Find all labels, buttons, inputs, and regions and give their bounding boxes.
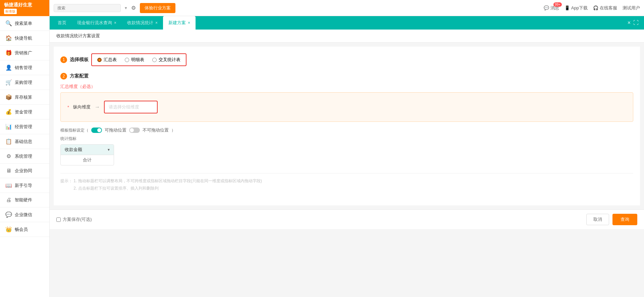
sidebar-item-label: 销售管理 (15, 65, 32, 71)
sidebar-item-operation[interactable]: 📊 经营管理 (0, 119, 49, 134)
settings-icon[interactable]: ⚙ (131, 5, 136, 11)
tab-receipt-close-icon[interactable]: × (155, 20, 158, 25)
config-section: 2 方案配置 汇总维度（必选） * 纵向维度 → 请选择分组维度 (60, 73, 633, 192)
sidebar-item-coop[interactable]: 🖥 企业协同 (0, 164, 49, 178)
radio-summary[interactable]: 汇总表 (97, 57, 117, 63)
cancel-button[interactable]: 取消 (586, 214, 609, 225)
toggle-draggable-label: 可拖动位置 (105, 127, 126, 133)
tip-item-1: 1. 拖动标题栏可以调整布局，不可跨维度或指标区域拖动栏目字段(只能在同一维度或… (73, 179, 262, 183)
service-item[interactable]: 🎧 在线客服 (593, 5, 617, 11)
sidebar-item-label: 企业协同 (15, 168, 32, 174)
sidebar-item-label: 系统管理 (15, 153, 32, 159)
sidebar-item-wechat[interactable]: 💬 企业微信 (0, 207, 49, 222)
chat-icon: 💬 (5, 211, 12, 218)
sidebar-item-marketing[interactable]: 🎁 营销推广 (0, 46, 49, 60)
user-name: 测试用户 (623, 5, 640, 11)
sidebar-item-guide[interactable]: 📖 新手引导 (0, 178, 49, 193)
app-name: 畅捷通好生意 (4, 2, 32, 8)
sidebar-item-search[interactable]: 🔍 搜索菜单 (0, 16, 49, 31)
tab-new-plan-label: 新建方案 (168, 20, 186, 26)
tip-text-2: 提示： 2. 点击标题栏下拉可设置排序、插入列和删除列 (60, 185, 633, 192)
bottom-bar: 方案保存(可选) 取消 查询 (50, 209, 644, 229)
tab-receipt-label: 收款情况统计 (127, 20, 153, 26)
save-checkbox-label[interactable]: 方案保存(可选) (56, 216, 92, 222)
tab-new-plan-close-icon[interactable]: × (188, 20, 190, 25)
radio-detail[interactable]: 明细表 (125, 57, 144, 63)
sidebar-item-label: 经营管理 (15, 124, 32, 130)
user-item[interactable]: 测试用户 (623, 5, 640, 11)
radio-cross[interactable]: 交叉统计表 (152, 57, 180, 63)
sidebar-logo: 畅捷通好生意 标准版 (0, 0, 49, 16)
stats-table: 收款金额 ▾ 合计 (60, 144, 114, 165)
tip-section: 提示： 1. 拖动标题栏可以调整布局，不可跨维度或指标区域拖动栏目字段(只能在同… (60, 173, 633, 192)
form-area: 1 选择模板 汇总表 明细表 交叉统计表 (54, 47, 640, 205)
sidebar-item-label: 快捷导航 (15, 35, 32, 41)
stats-table-header[interactable]: 收款金额 ▾ (61, 145, 114, 155)
download-item[interactable]: 📱 App下载 (565, 5, 588, 11)
dimension-title: 汇总维度（必选） (60, 84, 95, 89)
gift-icon: 🎁 (5, 50, 12, 56)
list-icon: 📋 (5, 138, 12, 145)
sidebar-item-basic[interactable]: 📋 基础信息 (0, 134, 49, 149)
stats-table-row: 合计 (61, 155, 114, 165)
indicator-section: 模板指标设定（ 可拖动位置 不可拖动位置 ） 统计指标 (60, 127, 633, 166)
sidebar-item-sales[interactable]: 👤 销售管理 (0, 60, 49, 75)
search-input[interactable] (54, 4, 121, 12)
chart-icon: 📊 (5, 123, 12, 130)
tab-expand-icon[interactable]: ⛶ (633, 20, 639, 26)
app-badge: 标准版 (4, 9, 17, 14)
query-button[interactable]: 查询 (612, 214, 637, 225)
tab-close-all-icon[interactable]: × (628, 20, 631, 26)
download-label: App下载 (571, 5, 588, 11)
dimension-label: 纵向维度 (73, 104, 91, 110)
radio-summary-input[interactable] (97, 58, 102, 62)
bottom-actions: 取消 查询 (586, 214, 637, 225)
page-title: 收款情况统计方案设置 (56, 33, 100, 38)
stats-chevron-icon[interactable]: ▾ (108, 147, 110, 152)
sidebar-item-hardware[interactable]: 🖨 智能硬件 (0, 193, 49, 207)
toggle-fixed[interactable] (129, 128, 140, 133)
stats-label: 统计指标 (60, 136, 76, 141)
service-label: 在线客服 (600, 5, 617, 11)
save-label: 方案保存(可选) (63, 216, 92, 222)
radio-cross-input[interactable] (152, 58, 157, 62)
tab-bank-close-icon[interactable]: × (114, 20, 116, 25)
content-area: 收款情况统计方案设置 1 选择模板 汇总表 明细表 (50, 30, 644, 297)
tab-bank[interactable]: 现金银行流水查询 × (72, 16, 122, 30)
tab-home[interactable]: 首页 (52, 16, 72, 30)
sidebar-item-quick-nav[interactable]: 🏠 快捷导航 (0, 31, 49, 46)
config-section-header: 2 方案配置 (60, 73, 633, 80)
dropdown-arrow-icon[interactable]: ▾ (125, 5, 127, 10)
dimension-arrow-icon: → (95, 104, 100, 110)
required-mark: * (67, 105, 69, 110)
toggle-draggable[interactable] (91, 128, 102, 133)
message-badge[interactable]: 💬 消息 99+ (544, 5, 559, 11)
save-checkbox-input[interactable] (56, 217, 61, 222)
sidebar-item-label: 畅会员 (15, 227, 28, 233)
dimension-row: * 纵向维度 → 请选择分组维度 (67, 101, 626, 113)
toggle-knob-fixed (130, 128, 134, 132)
sidebar-item-purchase[interactable]: 🛒 采购管理 (0, 75, 49, 90)
tab-receipt[interactable]: 收款情况统计 × (122, 16, 163, 30)
topbar-right: 💬 消息 99+ 📱 App下载 🎧 在线客服 测试用户 (544, 5, 640, 11)
radio-summary-label: 汇总表 (104, 57, 117, 63)
dimension-placeholder: 请选择分组维度 (109, 104, 139, 109)
tab-bar: 首页 现金银行流水查询 × 收款情况统计 × 新建方案 × × ⛶ (50, 16, 644, 30)
book-icon: 📖 (5, 182, 12, 189)
dimension-box: * 纵向维度 → 请选择分组维度 (60, 92, 633, 122)
tip-item-2: 2. 点击标题栏下拉可设置排序、插入列和删除列 (73, 186, 158, 191)
sidebar-item-label: 营销推广 (15, 50, 32, 56)
tab-new-plan[interactable]: 新建方案 × (163, 16, 196, 30)
dimension-select[interactable]: 请选择分组维度 (104, 101, 158, 113)
printer-icon: 🖨 (5, 197, 12, 203)
indicator-header: 模板指标设定（ 可拖动位置 不可拖动位置 ） (60, 127, 633, 133)
template-section-header: 1 选择模板 汇总表 明细表 交叉统计表 (60, 53, 633, 66)
sidebar-item-system[interactable]: ⚙ 系统管理 (0, 149, 49, 164)
sidebar-item-inventory[interactable]: 📦 库存核算 (0, 90, 49, 105)
sidebar-item-label: 新手引导 (15, 183, 32, 189)
section2-num: 2 (60, 73, 67, 80)
industry-btn[interactable]: 体验行业方案 (140, 3, 175, 13)
sidebar-item-finance[interactable]: 💰 资金管理 (0, 105, 49, 119)
sidebar-item-member[interactable]: 👑 畅会员 (0, 222, 49, 237)
radio-detail-input[interactable] (125, 58, 129, 62)
